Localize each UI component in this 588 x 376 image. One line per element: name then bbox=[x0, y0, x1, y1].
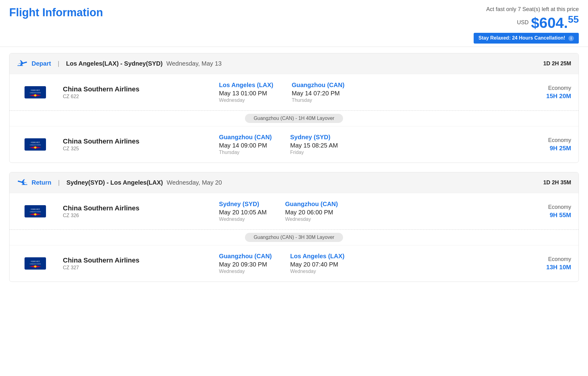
from-time-block: Guangzhou (CAN) May 20 09:30 PM Wednesda… bbox=[219, 253, 272, 274]
class-block: Economy 13H 10M bbox=[522, 256, 571, 271]
to-airport: Sydney (SYD) bbox=[290, 134, 338, 141]
to-datetime: May 15 08:25 AM bbox=[290, 142, 338, 149]
from-datetime: May 14 09:00 PM bbox=[219, 142, 272, 149]
from-datetime: May 13 01:00 PM bbox=[219, 90, 273, 97]
svg-text:CHINA SOUTHERN: CHINA SOUTHERN bbox=[30, 92, 41, 94]
return-route: Sydney(SYD) - Los Angeles(LAX) bbox=[67, 179, 163, 186]
svg-text:中国南方航空: 中国南方航空 bbox=[31, 89, 40, 91]
svg-text:中国南方航空: 中国南方航空 bbox=[31, 208, 40, 210]
class-duration: 15H 20M bbox=[522, 93, 571, 100]
info-icon[interactable]: i bbox=[568, 36, 574, 41]
class-block: Economy 9H 55M bbox=[522, 204, 571, 219]
to-day: Wednesday bbox=[285, 217, 338, 222]
page-title: Flight Information bbox=[9, 6, 103, 19]
layover-pill: Guangzhou (CAN) - 3H 30M Layover bbox=[245, 233, 343, 242]
from-day: Wednesday bbox=[219, 269, 272, 274]
airline-info: China Southern Airlines CZ 325 bbox=[63, 137, 210, 152]
from-time-block: Sydney (SYD) May 20 10:05 AM Wednesday bbox=[219, 201, 267, 222]
flight-row: 中国南方航空 CHINA SOUTHERN China Southern Air… bbox=[10, 74, 578, 110]
price-cents: 55 bbox=[568, 14, 579, 25]
layover-bar: Guangzhou (CAN) - 1H 40M Layover bbox=[10, 110, 578, 126]
airline-name: China Southern Airlines bbox=[63, 256, 210, 264]
pipe-sep: | bbox=[58, 60, 59, 67]
depart-section: Depart | Los Angeles(LAX) - Sydney(SYD) … bbox=[9, 53, 579, 163]
main-content: Depart | Los Angeles(LAX) - Sydney(SYD) … bbox=[0, 47, 588, 297]
flight-times: Sydney (SYD) May 20 10:05 AM Wednesday G… bbox=[219, 201, 513, 222]
currency-label: USD bbox=[517, 19, 529, 26]
airline-logo-block: 中国南方航空 CHINA SOUTHERN bbox=[17, 138, 54, 151]
return-duration: 1D 2H 35M bbox=[543, 179, 571, 186]
to-day: Friday bbox=[290, 150, 338, 155]
from-day: Thursday bbox=[219, 150, 272, 155]
from-datetime: May 20 09:30 PM bbox=[219, 261, 272, 268]
class-name: Economy bbox=[522, 204, 571, 210]
return-date: Wednesday, May 20 bbox=[167, 179, 222, 186]
price-main: $604. bbox=[531, 15, 568, 31]
page-header: Flight Information Act fast only 7 Seat(… bbox=[0, 0, 588, 47]
class-name: Economy bbox=[522, 85, 571, 91]
class-name: Economy bbox=[522, 137, 571, 144]
depart-duration: 1D 2H 25M bbox=[543, 60, 571, 67]
depart-route: Los Angeles(LAX) - Sydney(SYD) bbox=[66, 60, 163, 67]
flight-number: CZ 622 bbox=[63, 94, 210, 99]
flight-number: CZ 325 bbox=[63, 146, 210, 152]
depart-section-header: Depart | Los Angeles(LAX) - Sydney(SYD) … bbox=[10, 53, 578, 74]
airline-name: China Southern Airlines bbox=[63, 137, 210, 145]
china-southern-logo: 中国南方航空 CHINA SOUTHERN bbox=[25, 86, 46, 98]
from-time-block: Guangzhou (CAN) May 14 09:00 PM Thursday bbox=[219, 134, 272, 155]
to-time-block: Los Angeles (LAX) May 20 07:40 PM Wednes… bbox=[290, 253, 345, 274]
flight-row: 中国南方航空 CHINA SOUTHERN China Southern Air… bbox=[10, 126, 578, 163]
from-day: Wednesday bbox=[219, 217, 267, 222]
class-block: Economy 15H 20M bbox=[522, 85, 571, 100]
flight-times: Los Angeles (LAX) May 13 01:00 PM Wednes… bbox=[219, 82, 513, 103]
layover-bar: Guangzhou (CAN) - 3H 30M Layover bbox=[10, 229, 578, 245]
from-airport: Guangzhou (CAN) bbox=[219, 253, 272, 260]
svg-text:CHINA SOUTHERN: CHINA SOUTHERN bbox=[30, 263, 41, 265]
layover-pill: Guangzhou (CAN) - 1H 40M Layover bbox=[245, 114, 343, 123]
svg-text:CHINA SOUTHERN: CHINA SOUTHERN bbox=[30, 144, 41, 146]
svg-text:中国南方航空: 中国南方航空 bbox=[31, 260, 40, 262]
class-duration: 9H 25M bbox=[522, 145, 571, 152]
class-name: Economy bbox=[522, 256, 571, 263]
svg-text:CHINA SOUTHERN: CHINA SOUTHERN bbox=[30, 211, 41, 213]
flight-row: 中国南方航空 CHINA SOUTHERN China Southern Air… bbox=[10, 245, 578, 282]
class-duration: 9H 55M bbox=[522, 212, 571, 219]
flight-number: CZ 326 bbox=[63, 213, 210, 218]
to-airport: Guangzhou (CAN) bbox=[285, 201, 338, 208]
flight-times: Guangzhou (CAN) May 20 09:30 PM Wednesda… bbox=[219, 253, 513, 274]
cancellation-banner[interactable]: Stay Relaxed: 24 Hours Cancellation! i bbox=[474, 33, 579, 44]
flight-row: 中国南方航空 CHINA SOUTHERN China Southern Air… bbox=[10, 193, 578, 229]
airline-name: China Southern Airlines bbox=[63, 204, 210, 212]
from-day: Wednesday bbox=[219, 98, 273, 103]
to-datetime: May 14 07:20 PM bbox=[292, 90, 344, 97]
return-type: Return bbox=[32, 179, 51, 186]
airline-logo-block: 中国南方航空 CHINA SOUTHERN bbox=[17, 257, 54, 270]
from-time-block: Los Angeles (LAX) May 13 01:00 PM Wednes… bbox=[219, 82, 273, 103]
return-section-header: Return | Sydney(SYD) - Los Angeles(LAX) … bbox=[10, 172, 578, 193]
to-day: Thursday bbox=[292, 98, 344, 103]
to-datetime: May 20 06:00 PM bbox=[285, 209, 338, 216]
price-value: $604.55 bbox=[531, 14, 579, 30]
from-datetime: May 20 10:05 AM bbox=[219, 209, 267, 216]
flight-number: CZ 327 bbox=[63, 265, 210, 270]
airline-info: China Southern Airlines CZ 622 bbox=[63, 85, 210, 99]
from-airport: Guangzhou (CAN) bbox=[219, 134, 272, 141]
to-time-block: Guangzhou (CAN) May 14 07:20 PM Thursday bbox=[292, 82, 344, 103]
airline-name: China Southern Airlines bbox=[63, 85, 210, 93]
airline-info: China Southern Airlines CZ 327 bbox=[63, 256, 210, 270]
to-time-block: Guangzhou (CAN) May 20 06:00 PM Wednesda… bbox=[285, 201, 338, 222]
seats-info: Act fast only 7 Seat(s) left at this pri… bbox=[474, 6, 579, 13]
to-datetime: May 20 07:40 PM bbox=[290, 261, 345, 268]
to-day: Wednesday bbox=[290, 269, 345, 274]
depart-date: Wednesday, May 13 bbox=[166, 60, 221, 67]
airline-info: China Southern Airlines CZ 326 bbox=[63, 204, 210, 218]
pipe-sep: | bbox=[58, 179, 59, 186]
from-airport: Sydney (SYD) bbox=[219, 201, 267, 208]
return-header-left: Return | Sydney(SYD) - Los Angeles(LAX) … bbox=[17, 177, 222, 188]
cancellation-text: Stay Relaxed: 24 Hours Cancellation! bbox=[479, 35, 565, 40]
to-time-block: Sydney (SYD) May 15 08:25 AM Friday bbox=[290, 134, 338, 155]
class-duration: 13H 10M bbox=[522, 264, 571, 271]
depart-type: Depart bbox=[32, 60, 51, 67]
class-block: Economy 9H 25M bbox=[522, 137, 571, 152]
to-airport: Los Angeles (LAX) bbox=[290, 253, 345, 260]
